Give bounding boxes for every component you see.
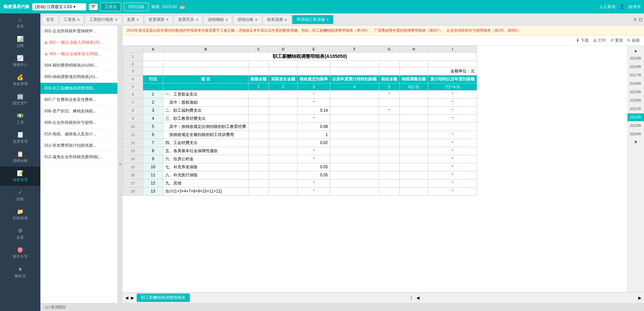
form-list-item-006[interactable]: 006-职工薪酬纳税调整明细... (40, 83, 117, 94)
year-btn-2020年[interactable]: 2020年 (628, 97, 644, 104)
sidebar-item-home[interactable]: ⌂首页 (0, 13, 40, 32)
form-list-item-009[interactable]: 009-企业所得税弥补亏损明... (40, 117, 117, 129)
sidebar-item-invoice-mgmt[interactable]: 🧾发票管理 (0, 128, 40, 147)
sheet-scroll-right[interactable]: ▶ (638, 296, 641, 300)
collapse-panel-button[interactable]: « (118, 26, 123, 303)
year-btn-2016年[interactable]: 2016年 (628, 63, 644, 71)
sidebar-label-newbie: 新手引导 (13, 254, 28, 259)
tab-invoice[interactable]: 发票✕ (123, 15, 143, 24)
year-btn-2024年[interactable]: 2024年 (628, 130, 644, 138)
tab-close-tax-clear[interactable]: ✕ (284, 18, 287, 22)
download-button[interactable]: ⬇ 下载 (576, 38, 589, 43)
tab-close-purchase-verify[interactable]: ✕ (225, 18, 228, 22)
tab-bar-actions: ✕ ⊡ (633, 17, 643, 22)
header-col3: 税收规定扣除率 (298, 75, 330, 83)
tab-salary[interactable]: 工资表✕ (59, 15, 84, 24)
period-calendar-icon[interactable]: 📅 (180, 4, 185, 9)
sheet-scroll-left[interactable]: ◀ (416, 296, 419, 300)
year-btn-2015年[interactable]: 2015年 (628, 55, 644, 62)
user-label[interactable]: 徐泽华 (629, 4, 641, 10)
tab-close-invoice-calc[interactable]: ✕ (166, 18, 169, 22)
form-list-item-012[interactable]: 012-减免企业所得税优惠明细(... (40, 151, 117, 163)
company-dropdown-icon[interactable]: ▾ (73, 4, 75, 9)
form-list-item-002[interactable]: ⊗002-一般企业收入明细表(A1... (40, 37, 117, 48)
sidebar-item-tax-mgmt[interactable]: 📝税务管理 (0, 167, 40, 186)
print-button[interactable]: 🖨 打印 (593, 38, 606, 43)
sidebar-item-asset-mgmt[interactable]: 💰资金管理 (0, 71, 40, 90)
sheet-tab-active[interactable]: 职工薪酬纳税调整明细表 (137, 293, 190, 302)
form-list-item-003[interactable]: ⊗003-一般企业成本支出明细... (40, 48, 117, 60)
spreadsheet-area: 2019年度业及取以前年度结转数据的申报表单元格需要手工修正确，才能保证本年及以… (123, 26, 644, 303)
footer-cancel-label[interactable]: 取消固定 (51, 305, 66, 310)
header-col5: 税收全额 (379, 75, 400, 83)
sidebar-item-fixed-asset[interactable]: 🏢固定资产 (0, 90, 40, 109)
refresh-label: 刷新 (632, 38, 640, 43)
seq-12: 13 (143, 187, 163, 195)
sidebar-item-close[interactable]: ✓结账 (0, 186, 40, 205)
form-list-item-007[interactable]: 007-广告费和业务宣传费举... (40, 94, 117, 106)
tab-close-invoice[interactable]: ✕ (136, 18, 139, 22)
workbench-button[interactable]: 工作台 (100, 3, 121, 11)
sheet-menu-icon[interactable]: ⋮ (409, 295, 414, 301)
sidebar-label-salary: 工资 (16, 120, 24, 125)
tab-purchase-verify[interactable]: 进销稽核✕ (203, 15, 232, 24)
tab-label-invoice: 发票 (127, 17, 135, 23)
seq-4: 5 (143, 123, 163, 131)
sidebar-item-archive[interactable]: 📁归档管理 (0, 205, 40, 224)
tab-close-income-tax[interactable]: ✕ (326, 18, 329, 22)
spreadsheet-wrapper[interactable]: ABCDEFGHI1职工薪酬纳税调整明细表(A105050)23金额单位：元4 … (123, 46, 627, 292)
form-list-item-005[interactable]: 005-纳税调整项目明细表(A1... (40, 71, 117, 83)
year-btn-2022年[interactable]: 2022年 (628, 113, 644, 121)
form-list-item-001[interactable]: 001-企业所得税年度纳税申... (40, 26, 117, 37)
year-btn-2023年[interactable]: 2023年 (628, 122, 644, 130)
year-btn-2017年[interactable]: 2017年 (628, 71, 644, 79)
form-list-item-004[interactable]: 004-期间费用明细表(A1040... (40, 60, 117, 71)
sales-ledger-icon: 📋 (17, 151, 24, 157)
support-link[interactable]: 人工客询 (599, 4, 615, 10)
tab-close-salary-stat[interactable]: ✕ (115, 18, 117, 22)
company-selector[interactable]: (勿动) 江西股宝-LSS ▾ (32, 3, 86, 10)
tab-home[interactable]: 首页 (42, 15, 59, 24)
tab-invoice-open[interactable]: 发票开具✕ (174, 15, 203, 24)
tab-close-all-button[interactable]: ✕ (633, 17, 637, 22)
sidebar-item-report[interactable]: 📈报表中心 (0, 51, 40, 71)
item-name-9: 七、补充养老保险 (163, 163, 248, 171)
tab-close-salary[interactable]: ✕ (77, 18, 80, 22)
year-nav-down[interactable]: ▼ (633, 139, 639, 145)
tab-salary-stat[interactable]: 工资统计报表✕ (85, 15, 122, 24)
tab-income-tax[interactable]: 所得税汇算清缴✕ (292, 15, 333, 24)
year-btn-2021年[interactable]: 2021年 (628, 105, 644, 113)
tab-purchase-ledger[interactable]: 进销台账✕ (233, 15, 262, 24)
refresh-button[interactable]: ↻ 刷新 (627, 38, 640, 43)
tab-maximize-button[interactable]: ⊡ (639, 17, 643, 22)
reset-button[interactable]: ↺ 重置 (610, 38, 623, 43)
sidebar-label-archive: 归档管理 (13, 216, 28, 221)
sidebar-label-fixed-asset: 固定资产 (13, 101, 28, 106)
oldver-button[interactable]: 切到旧版 (124, 3, 149, 11)
row-num-15: 15 (123, 163, 143, 171)
tab-close-invoice-open[interactable]: ✕ (196, 18, 198, 22)
tab-invoice-calc[interactable]: 发票测算✕ (144, 15, 173, 24)
sidebar-item-settings[interactable]: ⚙设置 (0, 224, 40, 243)
tab-close-purchase-ledger[interactable]: ✕ (255, 18, 258, 22)
sidebar-item-sales-ledger[interactable]: 📋进销台账 (0, 147, 40, 167)
form-list-item-010[interactable]: 010-免税、减收收入及加计... (40, 129, 117, 140)
seq-2: 3 (143, 106, 163, 114)
year-btn-2019年[interactable]: 2019年 (628, 88, 644, 96)
period-label: 账期 (151, 4, 160, 10)
tab-tax-clear[interactable]: 税表清册✕ (263, 15, 292, 24)
year-btn-2018年[interactable]: 2018年 (628, 80, 644, 88)
calendar-icon-btn[interactable]: 📅 (89, 4, 98, 10)
form-list-item-011[interactable]: 011-研发费用加计扣除优惠... (40, 140, 117, 151)
form-list-item-008[interactable]: 008-资产折旧、摊销及纳税... (40, 106, 117, 117)
content-area: 首页工资表✕工资统计报表✕发票✕发票测算✕发票开具✕进销稽核✕进销台账✕税表清册… (40, 13, 644, 311)
right-nav-icon[interactable]: ▶ (131, 296, 134, 300)
sidebar-item-member[interactable]: ★畅会员 (0, 263, 40, 282)
year-nav-up[interactable]: ▲ (633, 47, 639, 54)
sidebar-item-salary[interactable]: 💵工资 (0, 109, 40, 128)
sidebar-item-newbie[interactable]: 🎯新手引导 (0, 243, 40, 263)
left-nav-icon[interactable]: ◀ (125, 296, 128, 300)
tab-label-purchase-verify: 进销稽核 (208, 17, 224, 23)
sidebar-item-ledger[interactable]: 📊总账 (0, 32, 40, 51)
col-header-G: G (379, 46, 400, 52)
